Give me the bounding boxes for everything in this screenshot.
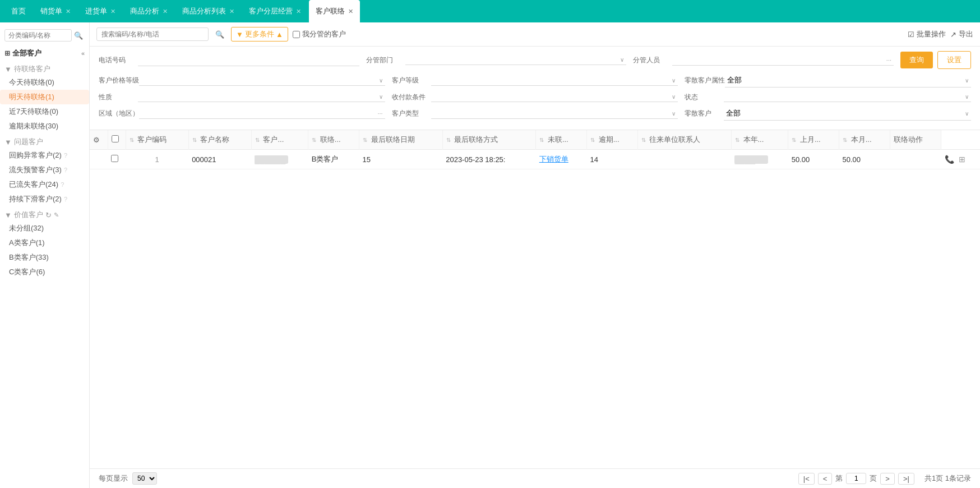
nav-sales-order-close[interactable]: ✕: [66, 8, 71, 15]
sort-icon-code[interactable]: ⇅: [130, 137, 134, 143]
region-field: 区域（地区） ···: [99, 108, 385, 119]
value-group-edit-icon[interactable]: ✎: [54, 211, 59, 219]
cust-type-select[interactable]: ∨: [431, 109, 678, 119]
sort-icon-this-year[interactable]: ⇅: [735, 137, 739, 143]
nav-purchase-order-close[interactable]: ✕: [110, 8, 115, 15]
collapse-icon[interactable]: «: [81, 50, 85, 57]
phone-input[interactable]: [138, 54, 359, 66]
nature-chevron-icon: ∨: [379, 94, 383, 100]
sort-icon-uncontacted[interactable]: ⇅: [539, 137, 544, 143]
sidebar-item-7day-contact[interactable]: 近7天待联络(0): [0, 104, 89, 119]
page-number-input[interactable]: [846, 473, 866, 484]
row-checkbox-cell[interactable]: [108, 150, 126, 169]
sidebar-item-ungrouped[interactable]: 未分组(32): [0, 221, 89, 236]
last-page-button[interactable]: >|: [898, 473, 914, 485]
export-button[interactable]: ↗ 导出: [950, 29, 973, 39]
my-customers-checkbox-label[interactable]: 我分管的客户: [293, 29, 346, 39]
phone-label: 电话号码: [99, 56, 138, 65]
row-last-contact-method-cell[interactable]: 下销货单: [536, 150, 587, 169]
sidebar-item-class-c[interactable]: C类客户(6): [0, 265, 89, 279]
sort-icon-last-contact-date[interactable]: ⇅: [363, 137, 367, 143]
retail-attr-label: 零散客户属性: [685, 76, 725, 85]
person-field: 分管人员 ···: [633, 55, 894, 66]
sort-icon-contact-person[interactable]: ⇅: [641, 137, 646, 143]
dept-label: 分管部门: [366, 56, 405, 65]
help-icon-2[interactable]: ?: [61, 181, 64, 188]
nav-home[interactable]: 首页: [4, 0, 33, 22]
nav-purchase-order[interactable]: 进货单 ✕: [78, 0, 122, 22]
sidebar-item-lost-customers[interactable]: 已流失客户(24) ?: [0, 177, 89, 192]
retail-attr-select[interactable]: 全部 ∨: [725, 73, 971, 88]
status-select[interactable]: ∨: [724, 92, 971, 102]
nav-customer-segmentation-close[interactable]: ✕: [296, 8, 301, 15]
help-icon-1[interactable]: ?: [64, 167, 67, 173]
batch-operation-button[interactable]: ☑ 批量操作: [908, 29, 946, 39]
col-checkbox[interactable]: [108, 130, 126, 150]
sidebar-item-overdue-contact[interactable]: 逾期未联络(30): [0, 119, 89, 133]
nav-product-analysis[interactable]: 商品分析 ✕: [123, 0, 174, 22]
row-contact-person-cell: ████: [731, 150, 788, 169]
bottom-bar: 每页显示 50 |< < 第 页 > >| 共1页 1条记录: [90, 468, 980, 488]
sort-icon-name[interactable]: ⇅: [192, 137, 197, 143]
region-select[interactable]: ···: [139, 108, 385, 119]
person-dots-icon: ···: [886, 57, 891, 63]
sort-icon-overdue[interactable]: ⇅: [590, 137, 595, 143]
sidebar-search-icon[interactable]: 🔍: [74, 31, 83, 40]
my-customers-checkbox[interactable]: [293, 31, 300, 38]
sort-icon-this-month[interactable]: ⇅: [843, 137, 847, 143]
table-row: 1 000021 ██████ B类客户 15 2023-05-23 18:25…: [90, 150, 980, 169]
sidebar-item-today-contact[interactable]: 今天待联络(0): [0, 75, 89, 90]
sort-icon-last-contact-method[interactable]: ⇅: [446, 137, 451, 143]
value-group-refresh-icon[interactable]: ↻: [45, 211, 52, 219]
sidebar-item-class-b[interactable]: B类客户(33): [0, 250, 89, 265]
search-input[interactable]: [96, 27, 209, 41]
nav-customer-segmentation[interactable]: 客户分层经营 ✕: [242, 0, 308, 22]
prev-page-button[interactable]: <: [818, 473, 833, 485]
search-button[interactable]: 🔍: [213, 28, 226, 41]
sort-icon-level[interactable]: ⇅: [255, 137, 260, 143]
nav-product-analysis-list[interactable]: 商品分析列表 ✕: [175, 0, 241, 22]
nature-label: 性质: [99, 93, 138, 102]
sidebar-item-class-a[interactable]: A类客户(1): [0, 236, 89, 250]
query-button[interactable]: 查询: [900, 52, 933, 68]
more-conditions-button[interactable]: ▼ 更多条件 ▲: [231, 27, 288, 42]
select-all-checkbox[interactable]: [112, 135, 119, 142]
retail-cust-select[interactable]: 全部 ∨: [724, 107, 971, 121]
row-settings-cell: [90, 150, 108, 169]
row-checkbox[interactable]: [111, 155, 118, 162]
help-icon-3[interactable]: ?: [64, 196, 67, 202]
nav-product-analysis-label: 商品分析: [130, 6, 159, 16]
sort-icon-last-month[interactable]: ⇅: [792, 137, 796, 143]
settings-button[interactable]: 设置: [937, 51, 971, 69]
dept-select[interactable]: ∨: [405, 55, 627, 65]
sidebar-item-repurchase-abnormal[interactable]: 回购异常客户(2) ?: [0, 148, 89, 163]
last-contact-method-link[interactable]: 下销货单: [539, 155, 568, 163]
payment-select[interactable]: ∨: [431, 92, 678, 102]
first-page-button[interactable]: |<: [798, 473, 815, 485]
person-select[interactable]: ···: [672, 55, 894, 66]
nav-product-analysis-list-close[interactable]: ✕: [229, 8, 234, 15]
nav-product-analysis-close[interactable]: ✕: [163, 8, 168, 15]
per-page-select[interactable]: 50: [132, 472, 157, 485]
phone-action-icon[interactable]: 📞: [945, 155, 954, 164]
help-icon-0[interactable]: ?: [64, 152, 67, 159]
sidebar-item-churn-warning[interactable]: 流失预警客户(3) ?: [0, 163, 89, 177]
content-area: 🔍 ▼ 更多条件 ▲ 我分管的客户 ☑ 批量操作 ↗ 导出: [90, 22, 980, 488]
value-arrow-icon: ▼: [4, 211, 12, 219]
nav-customer-contact[interactable]: 客户联络 ✕: [309, 0, 360, 22]
sort-icon-contact-count[interactable]: ⇅: [312, 137, 316, 143]
next-page-button[interactable]: >: [880, 473, 895, 485]
cust-price-level-select[interactable]: ∨: [139, 76, 385, 86]
nature-select[interactable]: ∨: [138, 92, 385, 102]
sidebar-item-declining-customers[interactable]: 持续下滑客户(2) ?: [0, 192, 89, 206]
cust-level-select[interactable]: ∨: [431, 76, 678, 86]
sidebar-all-customers[interactable]: ⊞ 全部客户 «: [0, 46, 89, 61]
col-settings[interactable]: ⚙: [90, 130, 108, 150]
nav-customer-contact-close[interactable]: ✕: [348, 8, 353, 15]
grid-action-icon[interactable]: ⊞: [959, 155, 965, 164]
sidebar-item-tomorrow-contact[interactable]: 明天待联络(1): [0, 90, 89, 104]
price-level-chevron-icon: ∨: [379, 77, 383, 84]
sidebar-search-input[interactable]: [4, 29, 72, 42]
nav-sales-order[interactable]: 销货单 ✕: [34, 0, 77, 22]
value-customer-group: ▼ 价值客户 ↻ ✎: [0, 206, 89, 221]
